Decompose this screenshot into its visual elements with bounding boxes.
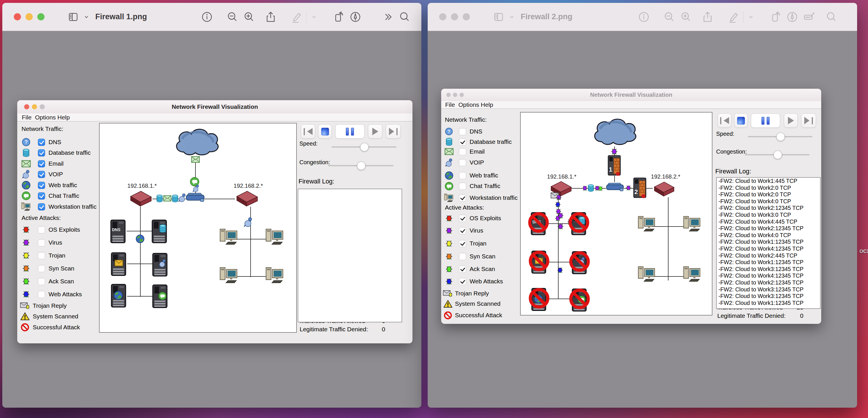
search-button[interactable] [823,10,840,24]
attack-row-ack-scan: Ack Scan [21,277,74,286]
menu-file[interactable]: File [445,101,455,108]
more-toolbar-items-button[interactable] [379,10,396,24]
congestion-slider-thumb[interactable] [357,161,365,170]
virus-checkbox[interactable] [459,227,466,234]
voip-icon [444,158,454,167]
play-button[interactable] [784,113,798,128]
firewall-log-box[interactable] [298,189,402,322]
voip-checkbox[interactable] [459,159,466,166]
desktop-file-label[interactable]: OCX [859,249,868,255]
chat-checkbox[interactable] [459,183,466,190]
zoom-out-button[interactable] [661,10,677,24]
menu-help[interactable]: Help [481,101,493,108]
zoom-button[interactable] [463,13,470,20]
database-badge-icon [159,224,167,234]
speed-label: Speed: [299,140,317,147]
dns-checkbox[interactable] [459,128,466,135]
syn-scan-checkbox[interactable] [38,265,45,272]
chat-icon [21,191,31,200]
close-button[interactable] [439,13,446,20]
zoom-in-button[interactable] [677,10,694,24]
window-title: Firewall 1.png [95,12,147,21]
annotate-button[interactable] [784,10,801,24]
db-packet [156,195,163,204]
dns-checkbox[interactable] [38,139,45,146]
workstation-checkbox[interactable] [38,203,45,210]
congestion-slider-thumb[interactable] [774,151,782,159]
workstation-checkbox[interactable] [459,195,466,202]
info-button[interactable] [198,10,215,24]
zoom-in-button[interactable] [241,10,257,24]
traffic-header: Network Traffic: [445,116,487,123]
os-exploits-checkbox[interactable] [459,215,466,222]
chat-checkbox[interactable] [38,192,45,200]
markup-chevron-icon[interactable] [746,10,756,24]
traffic-row-dns: DNS [21,138,61,147]
minimize-button[interactable] [451,13,458,20]
menu-file[interactable]: File [22,114,32,121]
email-checkbox[interactable] [38,160,45,168]
markup-chevron-icon[interactable] [309,10,319,24]
os-exploits-checkbox[interactable] [38,226,45,233]
pause-button[interactable] [751,113,780,128]
web-checkbox[interactable] [38,182,45,189]
speed-slider[interactable] [332,146,396,148]
zoom-out-button[interactable] [224,10,241,24]
firewall-log-box[interactable]: -FW2: Cloud to Work1:445 TCP-FW2: Cloud … [716,177,820,309]
sidebar-chevron-icon[interactable] [507,10,517,24]
annotate-button[interactable] [347,10,364,24]
markup-pencil-button[interactable] [724,10,741,24]
congestion-label: Congestion: [299,159,330,166]
menu-options[interactable]: Options [458,101,479,108]
titlebar[interactable]: Firewall 1.png [2,3,422,31]
trojan-checkbox[interactable] [459,240,466,247]
web-attacks-checkbox[interactable] [38,291,45,298]
pause-button[interactable] [335,124,365,139]
virus-checkbox[interactable] [38,239,45,246]
share-button[interactable] [262,10,279,24]
sidebar-chevron-icon[interactable] [82,10,91,24]
skip-to-start-button[interactable] [718,113,732,128]
database-checkbox[interactable] [38,149,45,156]
workstation-icon [21,202,31,211]
sidebar-toggle-button[interactable] [65,10,82,24]
minimize-button[interactable] [26,13,33,20]
menu-help[interactable]: Help [57,114,70,121]
speed-slider[interactable] [748,136,812,137]
info-button[interactable] [636,10,652,24]
email-checkbox[interactable] [459,148,466,155]
rotate-button[interactable] [767,10,784,24]
congestion-slider[interactable] [328,165,394,166]
share-button[interactable] [699,10,716,24]
voip-checkbox[interactable] [38,171,45,178]
email-packet [191,156,200,164]
chat-badge-icon [158,292,167,301]
stop-button[interactable] [318,124,332,139]
rotate-button[interactable] [330,10,347,24]
titlebar[interactable]: Firewall 2.png [428,3,857,31]
database-checkbox[interactable] [459,138,466,146]
skip-to-end-button[interactable] [386,124,401,139]
menu-options[interactable]: Options [35,114,56,121]
skip-to-start-button[interactable] [301,124,315,139]
congestion-slider[interactable] [745,154,809,155]
ack-scan-checkbox[interactable] [38,278,45,285]
ack-scan-checkbox[interactable] [459,266,466,273]
markup-toolbar-button[interactable] [801,10,817,24]
syn-scan-checkbox[interactable] [459,253,466,260]
preview-window-firewall2: Firewall 2.png Network Firewall Visualiz… [428,3,857,408]
web-checkbox[interactable] [459,172,466,179]
app-window-title: Network Firewall Visualization [17,103,412,110]
trojan-checkbox[interactable] [38,252,45,259]
stop-button[interactable] [734,113,748,128]
close-button[interactable] [14,13,21,20]
sidebar-toggle-button[interactable] [490,10,507,24]
markup-pencil-button[interactable] [288,10,304,24]
play-button[interactable] [368,124,382,139]
web-attacks-checkbox[interactable] [459,278,466,285]
speed-slider-thumb[interactable] [360,143,369,151]
skip-to-end-button[interactable] [801,113,816,128]
speed-slider-thumb[interactable] [776,132,785,141]
search-button[interactable] [396,10,413,24]
zoom-button[interactable] [37,13,44,20]
